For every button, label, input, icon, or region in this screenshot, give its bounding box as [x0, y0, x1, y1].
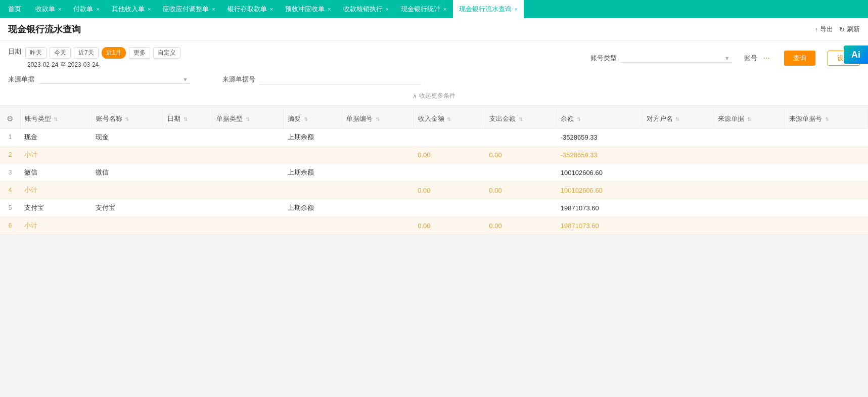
nav-tab-1[interactable]: 付款单 × [67, 0, 105, 18]
source-doc-filter: 来源单据 ▼ [8, 75, 190, 84]
date-range: 2023-02-24 至 2023-03-24 [27, 61, 180, 69]
date-btn-custom[interactable]: 自定义 [153, 47, 180, 59]
cell-5-9: 19871073.60 [557, 217, 643, 235]
nav-tab-8[interactable]: 现金银行流水查询 × [453, 0, 524, 18]
account-more-btn[interactable]: ··· [761, 54, 772, 63]
th-doc-no[interactable]: 单据编号 ⇅ [342, 110, 414, 128]
close-icon[interactable]: × [96, 6, 99, 12]
sort-icon: ⇅ [125, 116, 129, 122]
cell-0-7 [414, 128, 485, 146]
sort-icon: ⇅ [747, 116, 751, 122]
nav-tab-4[interactable]: 银行存取款单 × [221, 0, 279, 18]
cell-5-12 [785, 217, 868, 235]
account-type-filter: 账号类型 ▼ [590, 54, 732, 63]
nav-home[interactable]: 首页 [0, 0, 29, 18]
nav-tab-0[interactable]: 收款单 × [29, 0, 67, 18]
close-icon[interactable]: × [148, 6, 151, 12]
filter-row-2: 来源单据 ▼ 来源单据号 [8, 74, 860, 84]
sort-icon: ⇅ [825, 116, 829, 122]
th-date[interactable]: 日期 ⇅ [163, 110, 212, 128]
cell-3-0: 4 [0, 182, 20, 199]
cell-4-10 [642, 199, 713, 217]
date-btn-7days[interactable]: 近7天 [74, 47, 99, 59]
close-icon[interactable]: × [443, 6, 446, 12]
refresh-icon: ↻ [839, 26, 845, 33]
th-account-type[interactable]: 账号类型 ⇅ [20, 110, 92, 128]
th-source-doc[interactable]: 来源单据 ⇅ [714, 110, 785, 128]
cell-0-11 [714, 128, 785, 146]
cell-5-10 [642, 217, 713, 235]
cell-2-0: 3 [0, 164, 20, 182]
cell-2-8 [485, 164, 557, 182]
cell-1-2 [92, 146, 163, 164]
sort-icon: ⇅ [376, 116, 380, 122]
date-label: 日期 [8, 47, 21, 56]
cell-0-3 [163, 128, 212, 146]
sort-icon: ⇅ [577, 116, 581, 122]
th-doc-type[interactable]: 单据类型 ⇅ [212, 110, 283, 128]
nav-tab-2[interactable]: 其他收入单 × [106, 0, 157, 18]
refresh-button[interactable]: ↻ 刷新 [839, 25, 860, 34]
th-summary[interactable]: 摘要 ⇅ [284, 110, 342, 128]
cell-2-3 [163, 164, 212, 182]
close-icon[interactable]: × [270, 6, 273, 12]
collapse-bar[interactable]: ∧ 收起更多条件 [8, 90, 860, 101]
th-counterparty[interactable]: 对方户名 ⇅ [642, 110, 713, 128]
cell-4-4 [212, 199, 283, 217]
gear-icon[interactable]: ⚙ [7, 114, 13, 123]
th-income[interactable]: 收入金额 ⇅ [414, 110, 485, 128]
account-filter: 账号 ··· [744, 54, 772, 63]
sort-icon: ⇅ [54, 116, 58, 122]
cell-2-9: 100102606.60 [557, 164, 643, 182]
cell-0-10 [642, 128, 713, 146]
cell-3-11 [714, 182, 785, 199]
th-gear[interactable]: ⚙ [0, 110, 20, 128]
account-type-label: 账号类型 [590, 54, 617, 63]
table-row: 6小计0.000.0019871073.60 [0, 217, 868, 235]
page-header: 现金银行流水查询 ↑ 导出 ↻ 刷新 [0, 18, 868, 41]
cell-0-2: 现金 [92, 128, 163, 146]
cell-2-7 [414, 164, 485, 182]
export-button[interactable]: ↑ 导出 [815, 25, 834, 34]
cell-1-4 [212, 146, 283, 164]
ai-badge[interactable]: Ai [844, 46, 868, 64]
sort-icon: ⇅ [675, 116, 679, 122]
cell-2-1: 微信 [20, 164, 92, 182]
cell-2-5: 上期余额 [284, 164, 342, 182]
nav-tab-3[interactable]: 应收应付调整单 × [157, 0, 221, 18]
cell-3-3 [163, 182, 212, 199]
close-icon[interactable]: × [212, 6, 215, 12]
chevron-down-icon-2: ▼ [182, 76, 188, 82]
close-icon[interactable]: × [386, 6, 389, 12]
cell-2-11 [714, 164, 785, 182]
sort-icon: ⇅ [246, 116, 250, 122]
date-btn-1month[interactable]: 近1月 [102, 47, 126, 59]
close-icon[interactable]: × [328, 6, 331, 12]
table-container: ⚙ 账号类型 ⇅ 账号名称 ⇅ 日期 ⇅ 单据类型 ⇅ [0, 110, 868, 235]
query-button[interactable]: 查询 [784, 51, 815, 66]
cell-0-0: 1 [0, 128, 20, 146]
cell-5-4 [212, 217, 283, 235]
cell-1-11 [714, 146, 785, 164]
date-btn-today[interactable]: 今天 [50, 47, 71, 59]
date-btn-more[interactable]: 更多 [129, 47, 150, 59]
sort-icon: ⇅ [304, 116, 308, 122]
th-expense[interactable]: 支出金额 ⇅ [485, 110, 557, 128]
close-icon[interactable]: × [515, 6, 518, 12]
cell-3-9: 100102606.60 [557, 182, 643, 199]
cell-1-9: -3528659.33 [557, 146, 643, 164]
source-doc-no-input[interactable] [259, 74, 421, 84]
account-type-select[interactable]: ▼ [621, 54, 732, 63]
date-btn-yesterday[interactable]: 昨天 [25, 47, 47, 59]
nav-tab-6[interactable]: 收款核销执行 × [337, 0, 395, 18]
nav-tab-7[interactable]: 现金银行统计 × [395, 0, 452, 18]
close-icon[interactable]: × [58, 6, 61, 12]
th-account-name[interactable]: 账号名称 ⇅ [92, 110, 163, 128]
th-balance[interactable]: 余额 ⇅ [557, 110, 643, 128]
nav-tab-5[interactable]: 预收冲应收单 × [279, 0, 337, 18]
source-doc-select[interactable]: ▼ [38, 75, 190, 84]
table-row: 3微信微信上期余额100102606.60 [0, 164, 868, 182]
th-source-doc-no[interactable]: 来源单据号 ⇅ [785, 110, 868, 128]
cell-0-8 [485, 128, 557, 146]
cell-4-6 [342, 199, 414, 217]
